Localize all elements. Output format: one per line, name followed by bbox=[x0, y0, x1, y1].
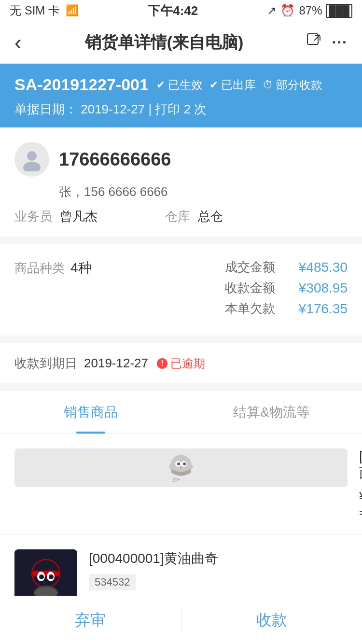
battery-text: 87% bbox=[299, 4, 322, 17]
svg-point-5 bbox=[23, 162, 41, 171]
product-name-bread: [0000002]面包 bbox=[359, 448, 362, 482]
svg-point-21 bbox=[39, 574, 44, 579]
svg-text:超+: 超+ bbox=[172, 477, 180, 482]
transaction-row: 成交金额 ¥485.30 bbox=[225, 259, 348, 276]
status-shipped: ✔ 已出库 bbox=[209, 77, 256, 93]
avatar bbox=[14, 142, 49, 177]
summary-right: 成交金额 ¥485.30 收款金额 ¥308.95 本单欠款 ¥176.35 bbox=[225, 259, 348, 321]
tabs-section: 销售商品 结算&物流等 bbox=[0, 391, 362, 434]
received-value: ¥308.95 bbox=[285, 280, 348, 296]
status-bar: 无 SIM 卡 📶 下午4:42 ↗ ⏰ 87% ███ bbox=[0, 0, 362, 21]
svg-point-11 bbox=[177, 462, 180, 465]
page-title: 销货单详情(来自电脑) bbox=[85, 31, 244, 54]
location-icon: ↗ bbox=[267, 4, 277, 17]
confirm-button[interactable]: 收款 bbox=[181, 596, 362, 644]
tab-sales-products[interactable]: 销售商品 bbox=[0, 391, 181, 434]
svg-rect-18 bbox=[32, 571, 59, 576]
product-kinds: 商品种类 4种 bbox=[14, 259, 92, 277]
due-date-label: 收款到期日 bbox=[14, 355, 77, 372]
product-price-bread: ¥40 x 5 袋 = ¥199.99 bbox=[359, 488, 362, 520]
tabs-bar: 销售商品 结算&物流等 bbox=[0, 391, 362, 434]
nav-bar: ‹ 销货单详情(来自电脑) ··· bbox=[0, 21, 362, 64]
sales-person-meta: 业务员 曾凡杰 bbox=[14, 208, 97, 225]
back-button[interactable]: ‹ bbox=[14, 30, 22, 55]
battery-icon: ███ bbox=[326, 4, 352, 18]
cancel-button[interactable]: 弃审 bbox=[0, 596, 181, 644]
overdue-text: 已逾期 bbox=[170, 356, 205, 371]
svg-point-22 bbox=[49, 574, 54, 579]
product-tag-cookie: 534532 bbox=[89, 574, 136, 590]
due-date-section: 收款到期日 2019-12-27 ! 已逾期 bbox=[0, 343, 362, 383]
status-left: 无 SIM 卡 📶 bbox=[10, 3, 79, 18]
status-partial-payment: ⏱ 部分收款 bbox=[263, 77, 322, 93]
product-info-bread: [0000002]面包 ¥40 x 5 袋 = ¥199.99 bbox=[359, 448, 362, 520]
product-name-cookie: [000400001]黄油曲奇 bbox=[89, 549, 348, 568]
customer-top: 17666666666 bbox=[14, 142, 348, 177]
warehouse-label: 仓库 bbox=[165, 208, 190, 225]
sales-person-value: 曾凡杰 bbox=[60, 208, 97, 225]
summary-left: 商品种类 4种 bbox=[14, 259, 92, 277]
cancel-label: 弃审 bbox=[75, 610, 106, 631]
status-time: 下午4:42 bbox=[148, 2, 198, 19]
overdue-badge: ! 已逾期 bbox=[157, 356, 205, 371]
product-image-bread: 超+ bbox=[14, 448, 348, 487]
carrier-text: 无 SIM 卡 bbox=[10, 3, 60, 18]
banner-top: SA-20191227-001 ✔ 已生效 ✔ 已出库 ⏱ 部分收款 bbox=[14, 75, 348, 94]
summary-section: 商品种类 4种 成交金额 ¥485.30 收款金额 ¥308.95 本单欠款 ¥… bbox=[0, 244, 362, 336]
wifi-icon: 📶 bbox=[66, 4, 79, 17]
confirm-label: 收款 bbox=[256, 610, 287, 631]
status-effective: ✔ 已生效 bbox=[156, 77, 203, 93]
transaction-value: ¥485.30 bbox=[285, 260, 348, 275]
customer-id: 17666666666 bbox=[59, 149, 171, 170]
debt-label: 本单欠款 bbox=[225, 300, 275, 317]
more-button[interactable]: ··· bbox=[332, 33, 348, 51]
order-header-banner: SA-20191227-001 ✔ 已生效 ✔ 已出库 ⏱ 部分收款 单据日期：… bbox=[0, 64, 362, 127]
order-id: SA-20191227-001 bbox=[14, 75, 149, 94]
debt-row: 本单欠款 ¥176.35 bbox=[225, 300, 348, 317]
customer-section: 17666666666 张，156 6666 6666 业务员 曾凡杰 仓库 总… bbox=[0, 127, 362, 237]
banner-date: 单据日期： 2019-12-27 | 打印 2 次 bbox=[14, 101, 348, 118]
product-item: 超+ [0000002]面包 ¥40 x 5 袋 = ¥199.99 bbox=[0, 434, 362, 535]
check-icon-2: ✔ bbox=[209, 79, 218, 91]
customer-meta: 业务员 曾凡杰 仓库 总仓 bbox=[14, 208, 348, 225]
share-button[interactable] bbox=[306, 33, 322, 52]
kinds-label: 商品种类 bbox=[14, 260, 65, 277]
warehouse-value: 总仓 bbox=[198, 208, 223, 225]
svg-point-4 bbox=[27, 151, 37, 161]
status-badges: ✔ 已生效 ✔ 已出库 ⏱ 部分收款 bbox=[156, 77, 322, 93]
bottom-bar: 弃审 收款 bbox=[0, 596, 362, 644]
tab-settlement[interactable]: 结算&物流等 bbox=[181, 391, 362, 434]
due-date-value: 2019-12-27 bbox=[84, 356, 148, 371]
received-row: 收款金额 ¥308.95 bbox=[225, 280, 348, 296]
sales-person-label: 业务员 bbox=[14, 208, 52, 225]
check-icon-1: ✔ bbox=[156, 79, 165, 91]
customer-name-phone: 张，156 6666 6666 bbox=[59, 183, 348, 200]
nav-right: ··· bbox=[306, 33, 348, 52]
svg-point-12 bbox=[183, 462, 186, 465]
status-right: ↗ ⏰ 87% ███ bbox=[267, 4, 352, 18]
debt-value: ¥176.35 bbox=[285, 301, 348, 317]
received-label: 收款金额 bbox=[225, 280, 275, 296]
warehouse-meta: 仓库 总仓 bbox=[165, 208, 223, 225]
clock-icon: ⏱ bbox=[263, 79, 273, 91]
alarm-icon: ⏰ bbox=[280, 4, 295, 17]
nav-left: ‹ bbox=[14, 30, 22, 55]
kinds-value: 4种 bbox=[70, 259, 92, 277]
transaction-label: 成交金额 bbox=[225, 259, 275, 276]
overdue-icon: ! bbox=[157, 358, 167, 369]
